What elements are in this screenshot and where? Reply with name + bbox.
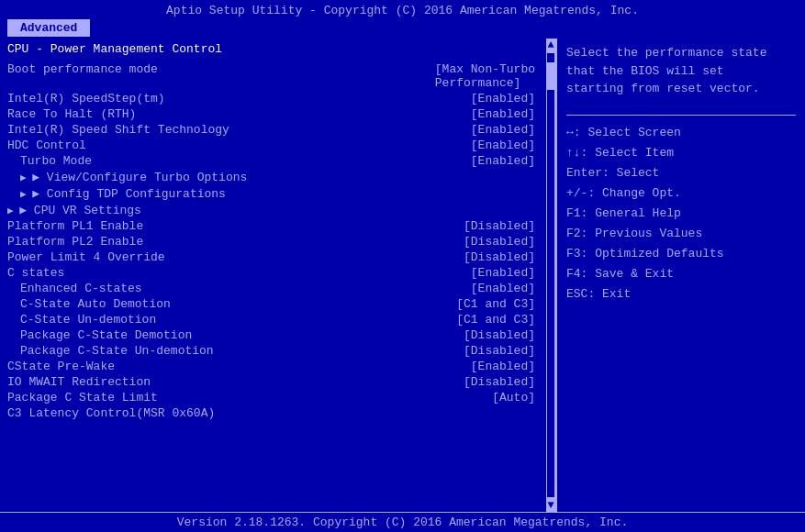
section-title: CPU - Power Management Control — [7, 42, 535, 56]
menu-value-race-to-halt: [Enabled] — [471, 107, 535, 121]
menu-label-boot-perf: Boot performance mode — [7, 62, 158, 90]
menu-item-view-turbo[interactable]: ▶ View/Configure Turbo Options — [7, 169, 535, 185]
menu-value-pkg-c-limit: [Auto] — [492, 391, 535, 405]
menu-label-enhanced-c: Enhanced C-states — [7, 282, 142, 295]
menu-item-hdc-control[interactable]: HDC Control[Enabled] — [7, 138, 535, 153]
menu-label-platform-pl1: Platform PL1 Enable — [7, 219, 143, 233]
menu-item-config-tdp[interactable]: ▶ Config TDP Configurations — [7, 185, 535, 202]
main-content: CPU - Power Management Control Boot perf… — [0, 37, 805, 512]
menu-label-cpu-vr: ▶ CPU VR Settings — [7, 203, 141, 217]
menu-label-pkg-c-state-un: Package C-State Un-demotion — [7, 344, 214, 358]
help-text: Select the performance state that the BI… — [566, 44, 796, 98]
menu-item-turbo-mode[interactable]: Turbo Mode[Enabled] — [7, 153, 535, 169]
bios-screen: Aptio Setup Utility - Copyright (C) 2016… — [0, 0, 805, 532]
help-line3: starting from reset vector. — [566, 80, 796, 98]
key-binding: +/-: Change Opt. — [566, 183, 796, 204]
menu-value-platform-pl1: [Disabled] — [464, 219, 535, 233]
menu-label-config-tdp: ▶ Config TDP Configurations — [7, 186, 226, 201]
menu-value-c-state-un: [C1 and C3] — [456, 313, 535, 327]
menu-label-pkg-c-state: Package C-State Demotion — [7, 328, 192, 342]
scroll-down-icon[interactable]: ▼ — [547, 499, 553, 512]
menu-label-speedstep: Intel(R) SpeedStep(tm) — [7, 92, 165, 105]
key-binding: F3: Optimized Defaults — [566, 244, 796, 264]
help-line1: Select the performance state — [566, 44, 796, 62]
menu-value-speed-shift: [Enabled] — [471, 123, 535, 137]
menu-value-c-states: [Enabled] — [471, 266, 535, 280]
menu-value-boot-perf: [Max Non-Turbo Performance] — [435, 62, 535, 90]
scrollbar[interactable]: ▲ ▼ — [546, 39, 555, 512]
scroll-up-icon[interactable]: ▲ — [547, 39, 553, 51]
tab-bar: Advanced — [0, 19, 805, 37]
menu-value-pkg-c-state-un: [Disabled] — [464, 344, 535, 358]
menu-value-cstate-pre: [Enabled] — [471, 360, 535, 373]
menu-value-io-mwait: [Disabled] — [464, 375, 535, 389]
menu-label-view-turbo: ▶ View/Configure Turbo Options — [7, 170, 247, 184]
menu-label-c-state-un: C-State Un-demotion — [7, 313, 156, 327]
menu-label-c-state-auto: C-State Auto Demotion — [7, 297, 171, 311]
key-binding: ↔: Select Screen — [566, 123, 796, 143]
menu-label-pkg-c-limit: Package C State Limit — [7, 391, 158, 405]
key-help: ↔: Select Screen↑↓: Select ItemEnter: Se… — [566, 123, 796, 305]
menu-label-hdc-control: HDC Control — [7, 139, 86, 152]
key-binding: F4: Save & Exit — [566, 264, 796, 284]
menu-item-c-state-auto[interactable]: C-State Auto Demotion[C1 and C3] — [7, 296, 535, 312]
bottom-bar: Version 2.18.1263. Copyright (C) 2016 Am… — [0, 512, 805, 532]
menu-value-power-limit4: [Disabled] — [464, 250, 535, 264]
menu-label-io-mwait: IO MWAIT Redirection — [7, 375, 151, 389]
scroll-thumb[interactable] — [547, 53, 554, 497]
tab-advanced[interactable]: Advanced — [7, 19, 90, 37]
menu-value-c-state-auto: [C1 and C3] — [456, 297, 535, 311]
menu-value-enhanced-c: [Enabled] — [471, 282, 535, 295]
menu-item-platform-pl2[interactable]: Platform PL2 Enable[Disabled] — [7, 234, 535, 249]
menu-value-speedstep: [Enabled] — [471, 92, 535, 105]
menu-item-speedstep[interactable]: Intel(R) SpeedStep(tm)[Enabled] — [7, 91, 535, 106]
menu-item-pkg-c-state[interactable]: Package C-State Demotion[Disabled] — [7, 327, 535, 343]
top-bar: Aptio Setup Utility - Copyright (C) 2016… — [0, 0, 805, 19]
menu-item-pkg-c-limit[interactable]: Package C State Limit[Auto] — [7, 390, 535, 405]
key-binding: ↑↓: Select Item — [566, 143, 796, 163]
key-binding: F1: General Help — [566, 204, 796, 224]
menu-item-platform-pl1[interactable]: Platform PL1 Enable[Disabled] — [7, 218, 535, 234]
menu-value-turbo-mode: [Enabled] — [471, 154, 535, 168]
menu-item-boot-perf[interactable]: Boot performance mode[Max Non-Turbo Perf… — [7, 61, 535, 91]
menu-container: Boot performance mode[Max Non-Turbo Perf… — [7, 61, 535, 421]
left-panel: CPU - Power Management Control Boot perf… — [0, 39, 557, 512]
menu-value-hdc-control: [Enabled] — [471, 139, 535, 152]
header-title: Aptio Setup Utility - Copyright (C) 2016… — [166, 4, 639, 17]
menu-label-cstate-pre: CState Pre-Wake — [7, 360, 115, 373]
menu-value-platform-pl2: [Disabled] — [464, 235, 535, 249]
key-binding: ESC: Exit — [566, 284, 796, 305]
menu-item-speed-shift[interactable]: Intel(R) Speed Shift Technology[Enabled] — [7, 122, 535, 138]
menu-label-c-states: C states — [7, 266, 64, 280]
menu-item-cpu-vr[interactable]: ▶ CPU VR Settings — [7, 202, 535, 218]
menu-label-power-limit4: Power Limit 4 Override — [7, 250, 165, 264]
menu-label-platform-pl2: Platform PL2 Enable — [7, 235, 143, 249]
menu-item-power-limit4[interactable]: Power Limit 4 Override[Disabled] — [7, 249, 535, 265]
key-binding: F2: Previous Values — [566, 224, 796, 244]
key-binding: Enter: Select — [566, 163, 796, 183]
menu-item-io-mwait[interactable]: IO MWAIT Redirection[Disabled] — [7, 374, 535, 390]
menu-label-race-to-halt: Race To Halt (RTH) — [7, 107, 136, 121]
menu-item-cstate-pre[interactable]: CState Pre-Wake[Enabled] — [7, 359, 535, 374]
menu-item-c-state-un[interactable]: C-State Un-demotion[C1 and C3] — [7, 312, 535, 327]
menu-item-c3-latency[interactable]: C3 Latency Control(MSR 0x60A) — [7, 405, 535, 421]
right-panel: Select the performance state that the BI… — [557, 39, 805, 512]
menu-item-pkg-c-state-un[interactable]: Package C-State Un-demotion[Disabled] — [7, 343, 535, 359]
menu-item-enhanced-c[interactable]: Enhanced C-states[Enabled] — [7, 281, 535, 296]
menu-value-pkg-c-state: [Disabled] — [464, 328, 535, 342]
menu-label-turbo-mode: Turbo Mode — [7, 154, 92, 168]
help-line2: that the BIOS will set — [566, 62, 796, 81]
menu-label-c3-latency: C3 Latency Control(MSR 0x60A) — [7, 406, 215, 420]
menu-item-c-states[interactable]: C states[Enabled] — [7, 265, 535, 281]
menu-label-speed-shift: Intel(R) Speed Shift Technology — [7, 123, 229, 137]
menu-item-race-to-halt[interactable]: Race To Halt (RTH)[Enabled] — [7, 106, 535, 122]
divider — [566, 115, 796, 116]
footer-text: Version 2.18.1263. Copyright (C) 2016 Am… — [177, 515, 628, 529]
